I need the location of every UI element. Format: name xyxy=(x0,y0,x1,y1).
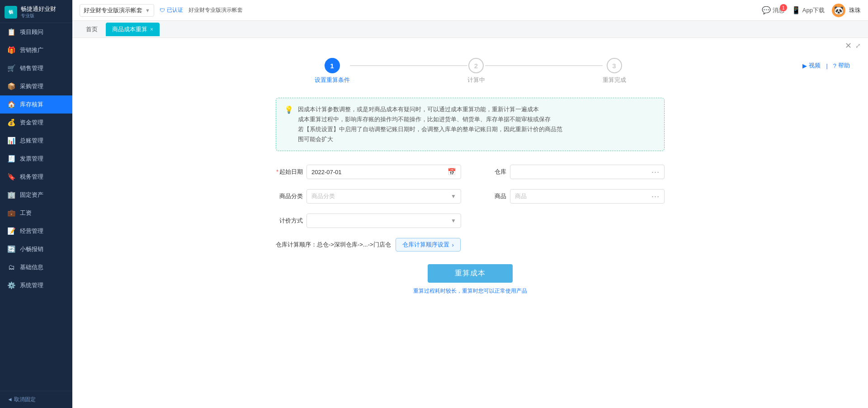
topbar: 好业财专业版演示帐套 ▼ 🛡 已认证 好业财专业版演示帐套 💬 消息 1 📱 A… xyxy=(72,0,868,21)
sidebar-item-label-basic: 基础信息 xyxy=(20,263,43,271)
category-chevron-icon: ▼ xyxy=(451,193,456,199)
tab-recalc[interactable]: 商品成本重算 × xyxy=(106,23,160,36)
step-3-label: 重算完成 xyxy=(603,76,626,84)
warehouse-dots-icon[interactable]: ··· xyxy=(651,167,660,177)
step-2-label: 计算中 xyxy=(467,76,485,84)
sidebar-unpin[interactable]: ◄ 取消固定 xyxy=(0,391,72,408)
account-selector[interactable]: 好业财专业版演示帐套 ▼ xyxy=(80,4,154,17)
sidebar-item-capital[interactable]: 💰 资金管理 xyxy=(0,114,72,132)
pricing-field: 计价方式 ▼ xyxy=(276,213,461,228)
pricing-label: 计价方式 xyxy=(276,217,303,225)
step-1-label: 设置重算条件 xyxy=(315,76,350,84)
goods-label: 商品 xyxy=(479,192,506,200)
recalc-button[interactable]: 重算成本 xyxy=(428,264,513,283)
category-placeholder: 商品分类 xyxy=(311,192,335,200)
sidebar-item-marketing[interactable]: 🎁 营销推广 xyxy=(0,41,72,59)
system-icon: ⚙️ xyxy=(7,281,15,289)
user-name: 珠珠 xyxy=(849,6,861,14)
warehouse-order-btn-label: 仓库计算顺序设置 xyxy=(402,241,449,249)
video-label: 视频 xyxy=(809,62,821,70)
sidebar-item-tax[interactable]: 🔖 税务管理 xyxy=(0,168,72,186)
account-name-display: 好业财专业版演示帐套 xyxy=(189,6,243,14)
step-1-circle: 1 xyxy=(325,58,340,73)
sidebar-item-assets[interactable]: 🏢 固定资产 xyxy=(0,186,72,204)
sidebar-item-label-ops: 经营管理 xyxy=(20,227,43,235)
sidebar-item-label-system: 系统管理 xyxy=(20,281,43,289)
question-icon: ? xyxy=(833,62,836,69)
sidebar-item-inventory[interactable]: 🏠 库存核算 xyxy=(0,95,72,114)
sidebar-item-ledger[interactable]: 📊 总账管理 xyxy=(0,132,72,150)
sidebar-item-invoice[interactable]: 🧾 发票管理 xyxy=(0,150,72,168)
app-download-action[interactable]: 📱 App下载 xyxy=(792,6,825,14)
sidebar-nav: 📋 项目顾问 🎁 营销推广 🛒 销售管理 📦 采购管理 🏠 库存核算 💰 资金管… xyxy=(0,23,72,391)
help-link[interactable]: ? 帮助 xyxy=(833,62,850,70)
sidebar-item-label-marketing: 营销推广 xyxy=(20,46,43,54)
account-chevron-icon: ▼ xyxy=(145,8,150,13)
form-row-2: 商品分类 商品分类 ▼ 商品 商品 ··· xyxy=(276,189,665,204)
play-icon: ▶ xyxy=(802,62,807,69)
stepper: 1 设置重算条件 2 计算中 3 重算完成 ▶ xyxy=(90,58,850,84)
tab-home-label: 首页 xyxy=(86,25,98,33)
salary-icon: 💼 xyxy=(7,209,15,217)
tab-home[interactable]: 首页 xyxy=(80,23,104,36)
sidebar-item-label-invoice: 发票管理 xyxy=(20,155,43,163)
warehouse-input[interactable]: ··· xyxy=(510,165,665,179)
step-2-circle: 2 xyxy=(468,58,484,73)
step-3-circle: 3 xyxy=(607,58,622,73)
sidebar-app-title: 畅捷通好业财 xyxy=(21,5,56,13)
account-selector-text: 好业财专业版演示帐套 xyxy=(84,6,142,14)
sidebar-item-label-ledger: 总账管理 xyxy=(20,137,43,145)
unpin-label: ◄ 取消固定 xyxy=(7,396,36,403)
sidebar-item-label-expense: 小畅报销 xyxy=(20,245,43,253)
category-label: 商品分类 xyxy=(276,192,303,200)
bulb-icon: 💡 xyxy=(284,105,293,114)
calendar-icon[interactable]: 📅 xyxy=(448,168,456,176)
message-action[interactable]: 💬 消息 1 xyxy=(762,6,784,14)
sidebar-item-label-tax: 税务管理 xyxy=(20,173,43,181)
help-label: 帮助 xyxy=(838,62,850,70)
tax-icon: 🔖 xyxy=(7,173,15,181)
sidebar-item-system[interactable]: ⚙️ 系统管理 xyxy=(0,276,72,294)
message-icon: 💬 xyxy=(762,6,771,14)
sidebar-header: 畅 畅捷通好业财 专业版 xyxy=(0,0,72,23)
form-row-1: *起始日期 2022-07-01 📅 仓库 ··· xyxy=(276,165,665,179)
sidebar-item-label-capital: 资金管理 xyxy=(20,119,43,127)
tabbar: 首页 商品成本重算 × xyxy=(72,21,868,38)
start-date-field: *起始日期 2022-07-01 📅 xyxy=(276,165,461,179)
goods-dots-icon[interactable]: ··· xyxy=(651,192,660,201)
sidebar-item-purchase[interactable]: 📦 采购管理 xyxy=(0,77,72,95)
sidebar-item-label-sales: 销售管理 xyxy=(20,64,43,72)
sidebar-item-expense[interactable]: 🔄 小畅报销 xyxy=(0,240,72,258)
expand-window-icon[interactable]: ⤢ xyxy=(855,43,861,49)
pricing-input[interactable]: ▼ xyxy=(307,213,461,228)
close-window-icon[interactable]: ✕ xyxy=(845,42,852,50)
category-input[interactable]: 商品分类 ▼ xyxy=(307,189,461,204)
info-line2: 成本重算过程中，影响库存账的操作均不能操作，比如进货单、销货单、库存单据不能审核… xyxy=(298,114,562,124)
sidebar-item-project[interactable]: 📋 项目顾问 xyxy=(0,23,72,41)
sidebar-item-sales[interactable]: 🛒 销售管理 xyxy=(0,59,72,77)
sales-icon: 🛒 xyxy=(7,64,15,72)
project-icon: 📋 xyxy=(7,28,15,36)
sidebar-item-label-purchase: 采购管理 xyxy=(20,82,43,90)
sidebar-item-ops[interactable]: 📝 经营管理 xyxy=(0,222,72,240)
shield-icon: 🛡 xyxy=(160,7,165,14)
warehouse-order-btn[interactable]: 仓库计算顺序设置 › xyxy=(396,238,461,251)
sidebar-edition: 专业版 xyxy=(21,13,56,19)
user-profile[interactable]: 🐼 珠珠 xyxy=(832,4,861,17)
info-line3: 若【系统设置】中启用了自动调整记账日期时，会调整入库单的整单记账日期，因此重新计… xyxy=(298,124,562,134)
user-avatar: 🐼 xyxy=(832,4,845,17)
tab-close-icon[interactable]: × xyxy=(150,26,153,33)
sidebar-item-basic[interactable]: 🗂 基础信息 xyxy=(0,258,72,276)
message-badge: 1 xyxy=(780,4,787,11)
recalc-section: 重算成本 重算过程耗时较长，重算时您可以正常使用产品 xyxy=(276,264,665,295)
inventory-icon: 🏠 xyxy=(7,100,15,109)
goods-input[interactable]: 商品 ··· xyxy=(510,189,665,204)
sidebar-item-label-project: 项目顾问 xyxy=(20,28,43,36)
assets-icon: 🏢 xyxy=(7,191,15,199)
sidebar-logo: 畅 xyxy=(5,6,17,19)
verified-badge: 🛡 已认证 xyxy=(160,6,183,14)
video-link[interactable]: ▶ 视频 xyxy=(802,62,821,70)
sidebar-item-salary[interactable]: 💼 工资 xyxy=(0,204,72,222)
content-area: ✕ ⤢ 1 设置重算条件 2 计算中 3 xyxy=(72,38,868,408)
start-date-input[interactable]: 2022-07-01 📅 xyxy=(307,165,461,179)
